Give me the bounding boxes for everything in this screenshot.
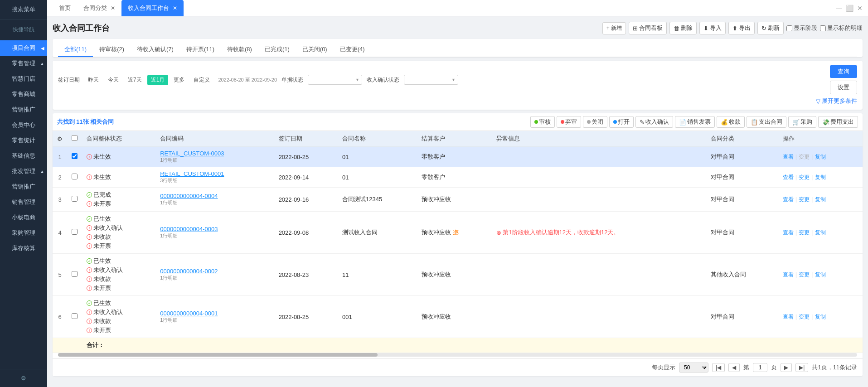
open-contract-btn[interactable]: 打开 <box>609 116 634 128</box>
row-checkbox[interactable] <box>72 271 78 277</box>
sidebar-item-ecommerce[interactable]: 小畅电商 <box>0 210 47 225</box>
date-btn-more[interactable]: 更多 <box>170 75 188 85</box>
date-btn-custom[interactable]: 自定义 <box>190 75 213 85</box>
show-detail-checkbox[interactable]: 显示标的明细 <box>820 24 863 32</box>
filter-tab-all[interactable]: 全部(11) <box>58 43 93 57</box>
filter-tab-completed[interactable]: 已完成(1) <box>258 43 296 57</box>
view-btn[interactable]: 查看 <box>783 153 794 161</box>
tab-contract-category[interactable]: 合同分类 ✕ <box>77 0 121 16</box>
set-btn[interactable]: 设置 <box>830 81 857 94</box>
filter-tab-pending-confirm[interactable]: 待收入确认(7) <box>131 43 180 57</box>
sidebar-item-sales-mgmt[interactable]: 销售管理 <box>0 194 47 210</box>
import-btn[interactable]: ⬇ 导入 <box>699 22 726 34</box>
sidebar-item-wholesale-mgmt[interactable]: 批发管理 ▲ <box>0 164 47 179</box>
sales-invoice-btn[interactable]: 📄 销售发票 <box>675 116 715 128</box>
pay-contract-btn[interactable]: 📋 支出合同 <box>747 116 786 128</box>
window-minimize-btn[interactable]: — <box>836 5 842 12</box>
tab-close-active-icon[interactable]: ✕ <box>173 0 177 16</box>
date-btn-1month[interactable]: 近1月 <box>147 75 169 85</box>
tab-close-icon[interactable]: ✕ <box>111 0 115 16</box>
delete-btn[interactable]: 🗑 删除 <box>669 22 697 34</box>
window-close-btn[interactable]: ✕ <box>857 5 863 12</box>
edit-btn[interactable]: 变更 <box>799 229 810 237</box>
purchase-btn[interactable]: 🛒 采购 <box>788 116 816 128</box>
copy-btn[interactable]: 复制 <box>815 313 826 321</box>
row-checkbox-cell[interactable] <box>67 254 82 296</box>
edit-btn[interactable]: 变更 <box>799 174 810 181</box>
sidebar-settings[interactable]: ⚙ <box>0 369 47 387</box>
kanban-btn[interactable]: ⊞ 合同看板 <box>629 22 667 34</box>
show-stage-checkbox[interactable]: 显示阶段 <box>786 24 817 32</box>
date-btn-yesterday[interactable]: 昨天 <box>84 75 102 85</box>
col-settings[interactable]: ⚙ <box>53 131 67 147</box>
copy-btn[interactable]: 复制 <box>815 174 826 181</box>
window-maximize-btn[interactable]: ⬜ <box>846 5 853 12</box>
filter-tab-changed[interactable]: 已变更(4) <box>334 43 371 57</box>
page-input[interactable] <box>753 363 767 372</box>
page-size-select[interactable]: 50 100 200 <box>679 363 708 372</box>
view-btn[interactable]: 查看 <box>783 229 794 237</box>
contract-link[interactable]: 0000000000004-0002 <box>160 268 218 275</box>
col-checkbox[interactable] <box>67 131 82 147</box>
view-btn[interactable]: 查看 <box>783 313 794 321</box>
row-checkbox[interactable] <box>72 229 78 235</box>
collect-btn[interactable]: 💰 收款 <box>717 116 745 128</box>
tab-home[interactable]: 首页 <box>53 0 77 16</box>
edit-btn[interactable]: 变更 <box>799 271 810 279</box>
expand-filter-btn[interactable]: ▽ 展开更多条件 <box>816 97 857 105</box>
sidebar-item-smart-store[interactable]: 智慧门店 <box>0 71 47 87</box>
row-checkbox[interactable] <box>72 196 78 202</box>
edit-btn[interactable]: 变更 <box>799 153 810 161</box>
sidebar-item-project-contract[interactable]: 项目合同 ◀ <box>0 40 47 56</box>
edit-btn[interactable]: 变更 <box>799 196 810 203</box>
recv-confirm-btn[interactable]: ✎ 收入确认 <box>635 116 673 128</box>
copy-btn[interactable]: 复制 <box>815 229 826 237</box>
contract-link[interactable]: 0000000000004-0004 <box>160 193 218 199</box>
row-checkbox[interactable] <box>72 153 78 159</box>
page-first-btn[interactable]: |◀ <box>712 363 725 372</box>
row-checkbox[interactable] <box>72 174 78 179</box>
filter-tab-pending-audit[interactable]: 待审核(2) <box>93 43 131 57</box>
view-btn[interactable]: 查看 <box>783 271 794 279</box>
copy-btn[interactable]: 复制 <box>815 153 826 161</box>
sidebar-item-retail-stats[interactable]: 零售统计 <box>0 133 47 148</box>
row-checkbox[interactable] <box>72 313 78 319</box>
expense-btn[interactable]: 💸 费用支出 <box>818 116 858 128</box>
sidebar-item-marketing2[interactable]: 营销推广 <box>0 179 47 194</box>
page-last-btn[interactable]: ▶| <box>795 363 808 372</box>
view-btn[interactable]: 查看 <box>783 196 794 203</box>
horizontal-scrollbar[interactable] <box>58 353 857 357</box>
filter-tab-closed[interactable]: 已关闭(0) <box>296 43 334 57</box>
row-checkbox-cell[interactable] <box>67 212 82 254</box>
copy-btn[interactable]: 复制 <box>815 196 826 203</box>
query-btn[interactable]: 查询 <box>830 65 857 78</box>
contract-link[interactable]: RETAIL_CUSTOM-0001 <box>160 170 224 177</box>
view-btn[interactable]: 查看 <box>783 174 794 181</box>
doc-status-select[interactable] <box>308 75 362 85</box>
sidebar-item-marketing[interactable]: 营销推广 <box>0 102 47 117</box>
date-btn-7days[interactable]: 近7天 <box>124 75 145 85</box>
filter-tab-pending-invoice[interactable]: 待开票(11) <box>180 43 221 57</box>
page-next-btn[interactable]: ▶ <box>781 363 792 372</box>
tab-income-contract[interactable]: 收入合同工作台 ✕ <box>121 0 184 16</box>
row-checkbox-cell[interactable] <box>67 147 82 167</box>
sidebar-quick-nav[interactable]: 快捷导航 <box>0 19 47 40</box>
date-btn-today[interactable]: 今天 <box>104 75 122 85</box>
sidebar-item-inventory[interactable]: 库存核算 <box>0 241 47 256</box>
contract-link[interactable]: 0000000000004-0003 <box>160 226 218 232</box>
sidebar-item-retail-mgmt[interactable]: 零售管理 ▲ <box>0 56 47 71</box>
recv-confirm-select[interactable] <box>404 75 458 85</box>
sidebar-item-basic-info[interactable]: 基础信息 <box>0 148 47 164</box>
sidebar-search[interactable]: 搜索菜单 <box>0 0 47 19</box>
export-btn[interactable]: ⬆ 导出 <box>728 22 755 34</box>
scrollbar-thumb[interactable] <box>58 353 378 357</box>
row-checkbox-cell[interactable] <box>67 188 82 212</box>
copy-btn[interactable]: 复制 <box>815 271 826 279</box>
edit-btn[interactable]: 变更 <box>799 313 810 321</box>
filter-tab-pending-collect[interactable]: 待收款(8) <box>221 43 258 57</box>
close-contract-btn[interactable]: 关闭 <box>583 116 607 128</box>
refresh-btn[interactable]: ↻ 刷新 <box>757 22 784 34</box>
sidebar-item-member-center[interactable]: 会员中心 <box>0 117 47 133</box>
show-stage-input[interactable] <box>786 25 792 31</box>
new-btn[interactable]: + 新增 <box>602 22 626 34</box>
